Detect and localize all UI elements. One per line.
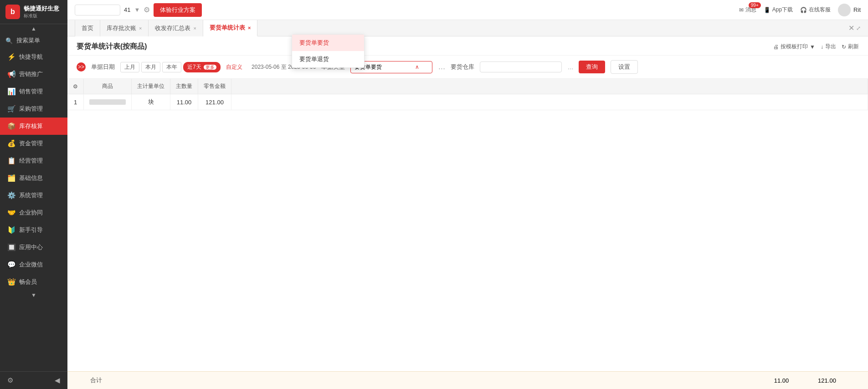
weixin-icon: 💬 [7,261,15,269]
sidebar-search[interactable]: 🔍 搜索菜单 [0,33,67,48]
tab-receive-summary-close[interactable]: × [193,26,196,31]
guide-icon: 🔰 [7,226,15,234]
date-custom-btn[interactable]: 自定义 [222,62,246,72]
sidebar-scroll-down[interactable]: ▼ [31,292,36,298]
logo-sub: 标准版 [24,13,59,19]
date-label: 单据日期 [91,63,115,71]
system-icon: ⚙️ [7,191,15,200]
page-actions: 🖨 按模板打印 ▼ ↓ 导出 ↻ 刷新 [773,43,859,51]
more-badge: 更多 [204,65,216,70]
sidebar-item-label: 销售管理 [19,87,43,96]
apps-icon: 🔲 [7,243,15,251]
sidebar-item-label: 系统管理 [19,191,43,200]
export-label: 导出 [825,43,836,51]
sidebar-item-label: 畅会员 [19,278,37,286]
date-btn-last-month[interactable]: 上月 [120,62,139,72]
online-service-label: 在线客服 [809,6,831,14]
sidebar-item-sales[interactable]: 📊 销售管理 [0,83,67,100]
date-btn-7days[interactable]: 近7天 更多 [183,62,221,72]
topbar-right: ✉ 消息 99+ 📱 App下载 🎧 在线客服 Rit [739,4,861,16]
type-arrow-icon: ∧ [415,64,419,70]
sidebar-scroll-up[interactable]: ▲ [31,26,36,32]
sidebar-item-enterprise[interactable]: 🤝 企业协同 [0,204,67,221]
sidebar-item-operation[interactable]: 📋 经营管理 [0,152,67,169]
export-icon: ↓ [821,44,823,50]
print-arrow: ▼ [810,44,815,50]
tab-home[interactable]: 首页 [75,20,100,36]
purchase-icon: 🛒 [7,105,15,113]
tab-inventory-batch[interactable]: 库存批次账 × [100,20,149,36]
sidebar-item-member[interactable]: 👑 畅会员 [0,273,67,291]
tabs-bar: 首页 库存批次账 × 收发存汇总表 × 要货单统计表 × ✕ ⤢ [67,20,868,36]
filter-settings-btn[interactable]: 设置 [611,60,638,74]
marketing-icon: 📢 [7,70,15,78]
sidebar-item-finance[interactable]: 💰 资金管理 [0,135,67,152]
enterprise-icon: 🤝 [7,209,15,217]
page-title: 要货单统计表(按商品) [77,42,147,51]
tab-inventory-batch-close[interactable]: × [139,26,142,31]
sidebar-item-label: 企业微信 [19,261,43,269]
sidebar-item-purchase[interactable]: 🛒 采购管理 [0,100,67,118]
topbar-settings-icon[interactable]: ⚙ [144,5,150,14]
topbar-input[interactable] [75,5,120,15]
date-btn-this-month[interactable]: 本月 [141,62,160,72]
refresh-icon: ↻ [842,44,846,50]
date-buttons: 上月 本月 本年 近7天 更多 自定义 [120,62,246,72]
app-download-label: App下载 [772,6,793,14]
sidebar-item-quick-nav[interactable]: ⚡ 快捷导航 [0,48,67,66]
export-btn[interactable]: ↓ 导出 [821,43,836,51]
dropdown-item-return[interactable]: 要货单退货 [292,51,364,67]
filter-bar: >> 单据日期 上月 本月 本年 近7天 更多 自定义 2023-05-06 至… [67,56,868,79]
table-area: ⚙ 商品 主计量单位 主数量 零售金额 1 [67,79,868,371]
sidebar-item-weixin[interactable]: 💬 企业微信 [0,256,67,273]
user-area[interactable]: Rit [838,4,861,16]
table-footer: 合计 11.00 121.00 [67,371,868,389]
query-btn[interactable]: 查询 [579,61,605,73]
warehouse-more-icon[interactable]: … [567,64,573,71]
sidebar-item-label: 资金管理 [19,139,43,148]
sidebar-item-apps[interactable]: 🔲 应用中心 [0,239,67,256]
sidebar-item-label: 企业协同 [19,209,43,217]
print-label: 按模板打印 [781,43,808,51]
tab-order-stats-label: 要货单统计表 [210,24,245,32]
warehouse-input[interactable] [480,61,562,72]
message-icon: ✉ [739,7,744,13]
refresh-btn[interactable]: ↻ 刷新 [842,43,859,51]
online-service-btn[interactable]: 🎧 在线客服 [800,6,831,14]
row-unit: 块 [132,94,170,110]
app-download-btn[interactable]: 📱 App下载 [764,6,793,14]
tab-order-stats-close[interactable]: × [248,25,251,31]
sidebar-item-marketing[interactable]: 📢 营销推广 [0,66,67,83]
user-name: Rit [853,6,861,13]
filter-more-icon[interactable]: … [438,63,445,71]
messages-btn[interactable]: ✉ 消息 99+ [739,6,756,14]
industry-btn[interactable]: 体验行业方案 [154,3,202,17]
dropdown-item-order[interactable]: 要货单要货 [292,36,364,51]
expand-icon: ⤢ [856,25,861,31]
sidebar-collapse-icon[interactable]: ◀ [55,376,60,384]
print-icon: 🖨 [773,44,779,50]
date-btn-this-year[interactable]: 本年 [162,62,181,72]
topbar-dropdown-arrow[interactable]: ▼ [134,6,140,13]
topbar-number: 41 [124,6,130,13]
tab-inventory-batch-label: 库存批次账 [107,24,136,32]
finance-icon: 💰 [7,139,15,148]
filter-expand-btn[interactable]: >> [77,62,86,72]
sidebar-search-label: 搜索菜单 [16,36,40,45]
sales-icon: 📊 [7,87,15,96]
tab-order-stats[interactable]: 要货单统计表 × [203,20,257,36]
tab-receive-summary-label: 收发存汇总表 [155,24,190,32]
sidebar-item-guide[interactable]: 🔰 新手引导 [0,221,67,239]
tab-receive-summary[interactable]: 收发存汇总表 × [149,20,203,36]
col-product: 商品 [84,79,132,94]
tab-close-all[interactable]: ✕ ⤢ [848,24,861,32]
sidebar-settings-icon[interactable]: ⚙ [7,376,13,384]
sidebar-item-basic[interactable]: 🗂️ 基础信息 [0,169,67,187]
sidebar-scroll: ▲ 🔍 搜索菜单 ⚡ 快捷导航 📢 营销推广 📊 销售管理 🛒 采购管理 📦 库… [0,24,67,371]
data-table: ⚙ 商品 主计量单位 主数量 零售金额 1 [67,79,868,110]
sidebar-item-inventory[interactable]: 📦 库存核算 [0,118,67,135]
print-btn[interactable]: 🖨 按模板打印 ▼ [773,43,815,51]
sidebar-item-system[interactable]: ⚙️ 系统管理 [0,187,67,204]
sidebar-bottom: ⚙ ◀ [0,371,67,389]
col-settings[interactable]: ⚙ [67,79,84,94]
